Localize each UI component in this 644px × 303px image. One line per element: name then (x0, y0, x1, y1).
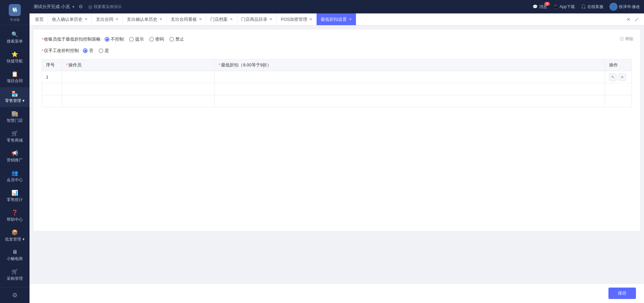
sidebar-logo: 畅 专业版 (0, 0, 30, 25)
tab-label-3: 支出确认单历史 (127, 16, 157, 22)
control-policy-radio-group: 不控制 提示 密码 禁止 (105, 36, 184, 42)
settings-icon[interactable]: ⚙ (12, 292, 17, 299)
tab-1[interactable]: 收入确认单历史 ✕ (48, 13, 92, 26)
project-dropdown-icon: ▼ (72, 5, 75, 9)
control-policy-option-1[interactable]: 提示 (129, 36, 144, 42)
sidebar-label-4: 智慧门店 (7, 118, 23, 123)
sidebar-item-13[interactable]: 📈 库存核算 (0, 285, 30, 287)
user-btn[interactable]: 👤 徐泽华·修改 (609, 3, 640, 11)
empty-seq-1 (42, 83, 62, 95)
tab-3[interactable]: 支出确认单历史 ✕ (123, 13, 167, 26)
sidebar-icon-11: 🖥 (12, 249, 17, 255)
manual-price-option-0[interactable]: 否 (83, 48, 93, 54)
tab-8[interactable]: 最低折扣设置 ✕ (317, 13, 356, 26)
control-policy-option-0[interactable]: 不控制 (105, 36, 124, 42)
tab-label-0: 首页 (35, 16, 44, 22)
th-1: *操作员 (62, 59, 215, 71)
avatar-icon: 👤 (611, 5, 616, 9)
delete-btn-0[interactable]: ✕ (619, 73, 626, 81)
sidebar-item-11[interactable]: 🖥 小畅电商 (0, 246, 30, 265)
demo-circle-icon: ◎ (88, 4, 92, 9)
manual-radio-dot-0 (83, 48, 88, 53)
cell-action-0: ✎ ✕ (605, 71, 632, 83)
topbar-right: 💬 消息 8 📱 App下载 🎧 在线客服 👤 徐泽华·修改 (533, 3, 640, 11)
tab-5[interactable]: 门店档案 ✕ (206, 13, 237, 26)
manual-price-row: * 仅手工改价时控制 否 是 (42, 48, 632, 54)
required-star2: * (42, 48, 43, 53)
sidebar-item-2[interactable]: 📋 项目合同 (0, 67, 30, 87)
sidebar-item-9[interactable]: ❓ 帮助中心 (0, 206, 30, 226)
help-button[interactable]: ⓘ 帮助 (620, 36, 633, 42)
control-policy-option-2[interactable]: 密码 (149, 36, 164, 42)
sidebar-item-3[interactable]: 🏪 零售管理 ▾ (0, 87, 30, 107)
main-area: 测试分开完成·小况 ▼ ⚙ ◎ 我要看实例演示 💬 消息 8 📱 App下载 🎧… (30, 0, 644, 303)
sidebar-label-5: 零售商城 (7, 138, 23, 143)
tab-close-8[interactable]: ✕ (349, 17, 352, 21)
app-download-btn[interactable]: 📱 App下载 (553, 4, 575, 10)
sidebar-label-1: 快捷导航 (7, 58, 23, 64)
save-button[interactable]: 保存 (608, 288, 636, 299)
topbar-demo[interactable]: ◎ 我要看实例演示 (88, 4, 122, 10)
headset-icon: 🎧 (581, 4, 586, 9)
tab-close-7[interactable]: ✕ (309, 17, 312, 21)
sidebar-item-1[interactable]: ⭐ 快捷导航 (0, 48, 30, 67)
logo-icon: 畅 (9, 4, 21, 16)
sidebar-item-4[interactable]: 🏬 智慧门店 (0, 107, 30, 127)
sidebar-item-7[interactable]: 👥 会员中心 (0, 166, 30, 186)
tab-close-4[interactable]: ✕ (199, 17, 202, 21)
online-service-label: 在线客服 (587, 4, 603, 10)
sidebar-icon-2: 📋 (11, 71, 18, 77)
expand-tabs-icon[interactable]: ⤢ (633, 16, 640, 23)
tab-close-3[interactable]: ✕ (159, 17, 162, 21)
tab-label-5: 门店档案 (210, 16, 228, 22)
cell-discount-0[interactable] (215, 71, 605, 83)
control-policy-option-3[interactable]: 禁止 (169, 36, 184, 42)
tab-6[interactable]: 门店商品目录 ✕ (237, 13, 277, 26)
tab-0[interactable]: 首页 (31, 13, 48, 26)
app-download-label: App下载 (559, 4, 575, 10)
sidebar-item-8[interactable]: 📊 零售统计 (0, 186, 30, 206)
sidebar-item-12[interactable]: 🛒 采购管理 (0, 265, 30, 285)
tab-close-5[interactable]: ✕ (230, 17, 233, 21)
sidebar-label-9: 帮助中心 (7, 217, 23, 222)
tab-7[interactable]: POS加密管理 ✕ (277, 13, 317, 26)
tab-label-1: 收入确认单历史 (52, 16, 83, 22)
message-btn[interactable]: 💬 消息 8 (533, 4, 547, 10)
cell-operator-0[interactable] (62, 71, 215, 83)
sidebar-item-5[interactable]: 🛒 零售商城 (0, 127, 30, 147)
tab-label-2: 支出合同 (96, 16, 113, 22)
edit-btn-0[interactable]: ✎ (609, 73, 616, 81)
radio-label-1: 提示 (135, 36, 144, 42)
action-btns-0: ✎ ✕ (609, 73, 628, 81)
sidebar-bottom[interactable]: ⚙ (0, 287, 30, 303)
tab-close-1[interactable]: ✕ (85, 17, 88, 21)
topbar-project[interactable]: 测试分开完成·小况 ▼ (34, 4, 75, 10)
tab-close-2[interactable]: ✕ (115, 17, 118, 21)
sidebar: 畅 专业版 🔍 搜索菜单 ⭐ 快捷导航 📋 项目合同 🏪 零售管理 ▾ 🏬 智慧… (0, 0, 30, 303)
sidebar-icon-6: 📢 (11, 150, 18, 156)
empty-row-2 (42, 95, 632, 107)
table-row-0: 1 ✎ ✕ (42, 71, 632, 83)
topbar: 测试分开完成·小况 ▼ ⚙ ◎ 我要看实例演示 💬 消息 8 📱 App下载 🎧… (30, 0, 644, 13)
empty-act-1 (605, 83, 632, 95)
online-service-btn[interactable]: 🎧 在线客服 (581, 4, 603, 10)
sidebar-item-10[interactable]: 📦 批发管理 ▾ (0, 226, 30, 246)
sidebar-item-0[interactable]: 🔍 搜索菜单 (0, 28, 30, 48)
th-3: 操作 (605, 59, 632, 71)
th-2: *最低折扣（9.00等于9折） (215, 59, 605, 71)
help-circle-icon: ⓘ (620, 36, 624, 42)
close-all-tabs-icon[interactable]: ✕ (625, 16, 632, 23)
manual-price-radio-group: 否 是 (83, 48, 109, 54)
sidebar-icon-9: ❓ (11, 209, 18, 216)
tab-4[interactable]: 支出合同看板 ✕ (167, 13, 206, 26)
tab-label-6: 门店商品目录 (241, 16, 267, 22)
sidebar-icon-5: 🛒 (11, 130, 18, 137)
manual-radio-label-0: 否 (89, 48, 93, 54)
tab-2[interactable]: 支出合同 ✕ (92, 13, 123, 26)
empty-row-1 (42, 83, 632, 95)
sidebar-icon-8: 📊 (11, 190, 18, 196)
manual-price-option-1[interactable]: 是 (99, 48, 109, 54)
sidebar-item-6[interactable]: 📢 营销推广 (0, 147, 30, 166)
tab-close-6[interactable]: ✕ (269, 17, 272, 21)
topbar-settings-icon[interactable]: ⚙ (78, 4, 83, 10)
